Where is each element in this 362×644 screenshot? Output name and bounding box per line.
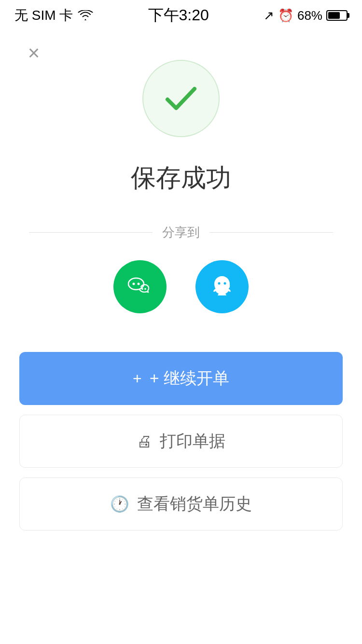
svg-point-6 <box>224 293 226 294</box>
svg-point-8 <box>224 282 226 285</box>
close-icon: × <box>28 43 40 63</box>
print-label: 打印单据 <box>160 430 225 452</box>
status-time: 下午3:20 <box>148 5 209 26</box>
status-right: ↗ ⏰ 68% <box>264 8 348 23</box>
continue-button[interactable]: + + 继续开单 <box>19 352 343 405</box>
svg-point-5 <box>218 293 220 294</box>
wechat-share-button[interactable] <box>113 260 167 313</box>
share-divider: 分享到 <box>0 224 362 241</box>
status-bar: 无 SIM 卡 下午3:20 ↗ ⏰ 68% <box>0 0 362 31</box>
alarm-icon: ⏰ <box>278 8 293 23</box>
battery-indicator <box>326 10 348 21</box>
success-circle <box>142 60 220 137</box>
svg-point-0 <box>128 278 144 290</box>
history-icon: 🕐 <box>110 495 129 513</box>
qq-share-button[interactable] <box>195 260 249 313</box>
continue-label: + 继续开单 <box>150 367 229 390</box>
share-label: 分享到 <box>153 224 209 241</box>
history-label: 查看销货单历史 <box>137 493 252 515</box>
print-icon: 🖨 <box>137 433 152 450</box>
print-button[interactable]: 🖨 打印单据 <box>19 415 343 468</box>
wifi-icon <box>78 10 93 21</box>
svg-point-7 <box>218 282 221 285</box>
action-buttons: + + 继续开单 🖨 打印单据 🕐 查看销货单历史 <box>0 352 362 531</box>
wechat-icon <box>125 272 154 301</box>
status-left: 无 SIM 卡 <box>14 6 93 25</box>
svg-point-1 <box>133 283 135 285</box>
main-content: 保存成功 分享到 <box>0 31 362 531</box>
qq-icon <box>208 272 237 301</box>
close-button[interactable]: × <box>19 39 48 68</box>
checkmark-icon <box>162 79 200 118</box>
svg-point-2 <box>138 283 140 285</box>
no-sim-text: 无 SIM 卡 <box>14 6 73 25</box>
plus-icon: + <box>133 370 142 388</box>
history-button[interactable]: 🕐 查看销货单历史 <box>19 477 343 531</box>
svg-point-3 <box>141 288 143 290</box>
share-buttons <box>113 260 249 313</box>
success-title: 保存成功 <box>131 161 231 195</box>
divider-right <box>209 232 333 233</box>
divider-left <box>29 232 153 233</box>
battery-text: 68% <box>297 8 322 23</box>
location-icon: ↗ <box>264 8 274 23</box>
svg-point-4 <box>144 288 146 290</box>
